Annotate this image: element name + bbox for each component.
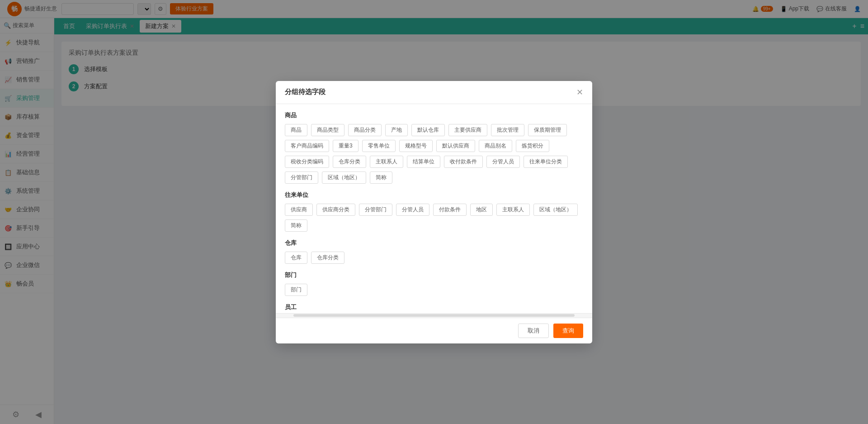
section-title-product: 商品 [285, 111, 583, 119]
field-tag-product-7[interactable]: 保质期管理 [528, 124, 567, 136]
field-tag-department-0[interactable]: 部门 [285, 284, 307, 296]
modal-horizontal-scrollbar[interactable] [276, 313, 592, 317]
section-title-warehouse: 仓库 [285, 239, 583, 247]
field-section-warehouse: 仓库仓库仓库分类 [285, 239, 583, 264]
field-tag-product-12[interactable]: 默认供应商 [436, 140, 475, 152]
field-section-employee: 员工业务员 [285, 303, 583, 314]
field-tag-product-23[interactable]: 区域（地区） [322, 172, 366, 184]
field-tag-warehouse-0[interactable]: 仓库 [285, 252, 307, 264]
field-tag-warehouse-1[interactable]: 仓库分类 [311, 252, 344, 264]
field-tag-partner-6[interactable]: 主联系人 [496, 204, 530, 216]
field-tag-product-21[interactable]: 往来单位分类 [524, 156, 568, 168]
field-tag-partner-7[interactable]: 区域（地区） [533, 204, 578, 216]
field-tag-product-4[interactable]: 默认仓库 [411, 124, 445, 136]
section-title-employee: 员工 [285, 303, 583, 311]
field-tag-product-24[interactable]: 简称 [370, 172, 392, 184]
modal-close-btn[interactable]: ✕ [576, 87, 583, 97]
field-tags-product: 商品商品类型商品分类产地默认仓库主要供应商批次管理保质期管理客户商品编码重量3零… [285, 124, 583, 184]
field-tag-product-19[interactable]: 收付款条件 [444, 156, 483, 168]
field-tag-product-15[interactable]: 税收分类编码 [285, 156, 329, 168]
field-tag-partner-2[interactable]: 分管部门 [359, 204, 392, 216]
field-tag-partner-5[interactable]: 地区 [470, 204, 493, 216]
field-tag-partner-0[interactable]: 供应商 [285, 204, 313, 216]
field-tag-partner-8[interactable]: 简称 [285, 219, 307, 232]
confirm-button[interactable]: 查询 [553, 324, 583, 338]
cancel-button[interactable]: 取消 [518, 324, 549, 338]
modal-overlay: 分组待选字段 ✕ 商品商品商品类型商品分类产地默认仓库主要供应商批次管理保质期管… [0, 0, 868, 424]
field-tag-product-11[interactable]: 规格型号 [399, 140, 433, 152]
section-title-department: 部门 [285, 271, 583, 279]
field-tag-product-13[interactable]: 商品别名 [479, 140, 512, 152]
modal-footer: 取消 查询 [276, 318, 592, 343]
field-section-product: 商品商品商品类型商品分类产地默认仓库主要供应商批次管理保质期管理客户商品编码重量… [285, 111, 583, 184]
field-tag-product-3[interactable]: 产地 [385, 124, 408, 136]
field-tag-product-10[interactable]: 零售单位 [362, 140, 396, 152]
field-tag-product-17[interactable]: 主联系人 [370, 156, 403, 168]
field-section-partner: 往来单位供应商供应商分类分管部门分管人员付款条件地区主联系人区域（地区）简称 [285, 191, 583, 232]
field-tag-product-0[interactable]: 商品 [285, 124, 307, 136]
section-title-partner: 往来单位 [285, 191, 583, 199]
modal-header: 分组待选字段 ✕ [276, 81, 592, 104]
field-tags-department: 部门 [285, 284, 583, 296]
field-tag-partner-4[interactable]: 付款条件 [433, 204, 467, 216]
field-section-department: 部门部门 [285, 271, 583, 296]
field-tag-product-2[interactable]: 商品分类 [348, 124, 382, 136]
field-tag-product-6[interactable]: 批次管理 [491, 124, 524, 136]
field-tag-product-20[interactable]: 分管人员 [486, 156, 520, 168]
field-tag-product-8[interactable]: 客户商品编码 [285, 140, 329, 152]
field-tag-partner-3[interactable]: 分管人员 [396, 204, 429, 216]
field-tag-product-22[interactable]: 分管部门 [285, 172, 318, 184]
field-tags-warehouse: 仓库仓库分类 [285, 252, 583, 264]
field-tags-partner: 供应商供应商分类分管部门分管人员付款条件地区主联系人区域（地区）简称 [285, 204, 583, 232]
field-tag-product-1[interactable]: 商品类型 [311, 124, 344, 136]
field-tag-product-9[interactable]: 重量3 [333, 140, 359, 152]
field-tag-product-18[interactable]: 结算单位 [407, 156, 440, 168]
field-tag-product-5[interactable]: 主要供应商 [448, 124, 487, 136]
field-tag-product-14[interactable]: 炼货积分 [516, 140, 549, 152]
field-tag-product-16[interactable]: 仓库分类 [333, 156, 366, 168]
field-select-modal: 分组待选字段 ✕ 商品商品商品类型商品分类产地默认仓库主要供应商批次管理保质期管… [276, 81, 592, 343]
field-tag-partner-1[interactable]: 供应商分类 [316, 204, 355, 216]
modal-body: 商品商品商品类型商品分类产地默认仓库主要供应商批次管理保质期管理客户商品编码重量… [276, 104, 592, 314]
modal-title: 分组待选字段 [285, 88, 326, 96]
